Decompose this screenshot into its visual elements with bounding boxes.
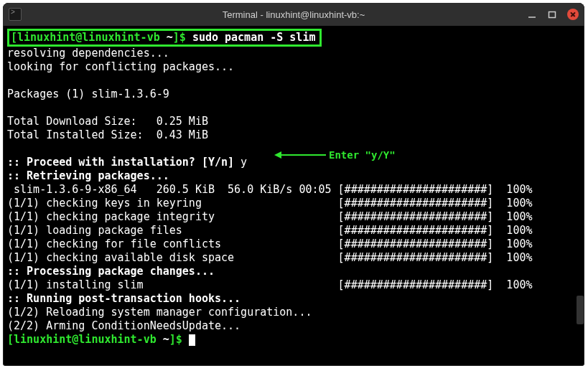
output-line: Total Download Size: 0.25 MiB bbox=[7, 115, 208, 128]
prompt-user-host: [linuxhint@linuxhint-vb bbox=[11, 31, 160, 44]
scrollbar-thumb[interactable] bbox=[577, 296, 584, 324]
output-line: :: Retrieving packages... bbox=[7, 169, 169, 182]
annotation-text: Enter "y/Y" bbox=[329, 149, 396, 161]
prompt-path: ~ bbox=[157, 333, 169, 346]
output-line: (1/1) loading package files [###########… bbox=[7, 224, 533, 237]
output-line: (1/2) Reloading system manager configura… bbox=[7, 306, 312, 319]
command-text: sudo pacman -S slim bbox=[192, 31, 316, 44]
output-line: Packages (1) slim-1.3.6-9 bbox=[7, 88, 169, 100]
maximize-button[interactable] bbox=[547, 9, 557, 19]
terminal-window: Terminal - linuxhint@linuxhint-vb:~ [lin… bbox=[3, 3, 584, 366]
prompt-path: ~ bbox=[160, 31, 173, 44]
proceed-prompt: :: Proceed with installation? [Y/n] bbox=[7, 156, 241, 169]
output-line: (1/1) checking keys in keyring [########… bbox=[7, 197, 533, 210]
terminal-icon bbox=[9, 8, 22, 21]
terminal-body[interactable]: [linuxhint@linuxhint-vb ~]$ sudo pacman … bbox=[3, 26, 584, 349]
window-title: Terminal - linuxhint@linuxhint-vb:~ bbox=[223, 9, 365, 20]
prompt-suffix: ]$ bbox=[173, 31, 192, 44]
output-line: (1/1) checking package integrity [######… bbox=[7, 210, 533, 223]
window-controls bbox=[527, 9, 579, 20]
minimize-button[interactable] bbox=[527, 9, 537, 19]
output-line: (1/1) installing slim [#################… bbox=[7, 278, 533, 291]
prompt-suffix: ]$ bbox=[169, 333, 189, 346]
output-line: resolving dependencies... bbox=[7, 47, 169, 60]
output-line: slim-1.3.6-9-x86_64 260.5 KiB 56.0 KiB/s… bbox=[7, 183, 533, 196]
titlebar-left bbox=[9, 8, 22, 21]
output-line: looking for conflicting packages... bbox=[7, 60, 234, 73]
close-button[interactable] bbox=[567, 9, 579, 20]
output-line: :: Processing package changes... bbox=[7, 265, 215, 278]
svg-rect-1 bbox=[549, 12, 556, 18]
output-line: (1/1) checking for file conflicts [#####… bbox=[7, 237, 533, 250]
command-highlight: [linuxhint@linuxhint-vb ~]$ sudo pacman … bbox=[7, 29, 322, 47]
arrow-icon bbox=[276, 154, 326, 156]
proceed-answer: y bbox=[241, 156, 247, 169]
output-line: (2/2) Arming ConditionNeedsUpdate... bbox=[7, 319, 241, 332]
output-line: :: Running post-transaction hooks... bbox=[7, 292, 241, 305]
annotation: Enter "y/Y" bbox=[276, 149, 396, 161]
output-line: (1/1) checking available disk space [###… bbox=[7, 251, 533, 264]
output-line: Total Installed Size: 0.43 MiB bbox=[7, 128, 208, 141]
prompt-user-host: [linuxhint@linuxhint-vb bbox=[7, 333, 157, 346]
cursor bbox=[189, 334, 195, 346]
titlebar: Terminal - linuxhint@linuxhint-vb:~ bbox=[3, 3, 584, 26]
scrollbar[interactable] bbox=[577, 27, 584, 324]
